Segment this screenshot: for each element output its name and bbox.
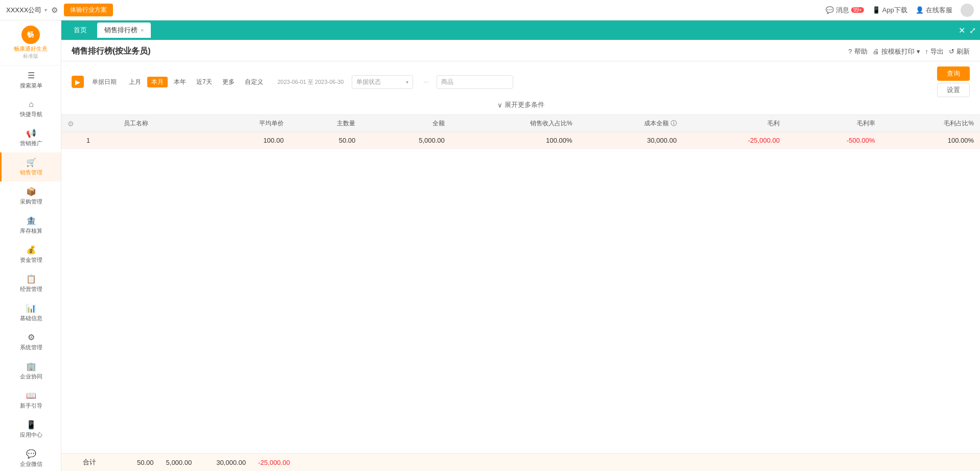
sales-icon: 🛒 <box>26 158 36 167</box>
online-service-button[interactable]: 👤 在线客服 <box>916 6 952 15</box>
col-profit-pct: 毛利占比% <box>881 115 980 132</box>
row-settings <box>61 132 80 149</box>
col-settings: ⚙ <box>61 115 80 132</box>
date-filter-label: 单据日期 <box>92 78 117 86</box>
export-button[interactable]: ↑ 导出 <box>925 47 944 56</box>
row-cost: 30,000.00 <box>578 132 682 149</box>
sidebar-item-label: 快捷导航 <box>20 110 42 118</box>
expand-row: ∨ 展开更多条件 <box>72 100 970 109</box>
service-label: 在线客服 <box>926 6 952 15</box>
col-avg-price: 平均单价 <box>203 115 289 132</box>
sidebar: 畅 畅康通好生意 标准版 ☰ 搜索菜单 ⌂ 快捷导航 📢 营销推广 🛒 销售管理… <box>0 20 61 471</box>
trial-button[interactable]: 体验行业方案 <box>64 4 113 16</box>
inventory-icon: 🏦 <box>26 216 36 226</box>
total-amount: 5,000.00 <box>160 459 198 466</box>
refresh-button[interactable]: ↺ 刷新 <box>949 47 970 56</box>
search-order-icon: ☰ <box>28 71 35 80</box>
row-profit-pct: 100.00% <box>881 132 980 149</box>
settings-icon[interactable]: ⚙ <box>51 6 58 15</box>
sidebar-item-sales[interactable]: 🛒 销售管理 <box>0 152 61 182</box>
print-chevron-icon: ▾ <box>917 48 920 55</box>
sidebar-item-marketing[interactable]: 📢 营销推广 <box>0 123 61 152</box>
tab-home[interactable]: 首页 <box>65 23 95 38</box>
date-option-this-year[interactable]: 本年 <box>170 77 190 87</box>
sidebar-item-label: 搜索菜单 <box>20 82 42 89</box>
column-settings-icon[interactable]: ⚙ <box>67 120 74 128</box>
total-main-qty: 50.00 <box>131 459 160 466</box>
refresh-label: 刷新 <box>956 47 970 56</box>
date-option-7days[interactable]: 近7天 <box>192 77 216 87</box>
sidebar-item-label: 库存核算 <box>20 227 42 235</box>
status-chevron-icon: ▾ <box>406 79 408 85</box>
sidebar-item-label: 营销推广 <box>20 140 42 147</box>
expand-label: 展开更多条件 <box>505 100 544 109</box>
page-title: 销售排行榜(按业务员) <box>72 46 151 57</box>
row-profit-rate: -500.00% <box>786 132 881 149</box>
tab-close-icon[interactable]: × <box>141 27 144 33</box>
sidebar-item-label: 企业微信 <box>20 460 42 468</box>
date-option-this-month[interactable]: 本月 <box>147 77 168 87</box>
date-option-last-month[interactable]: 上月 <box>125 77 145 87</box>
sidebar-item-app-center[interactable]: 📱 应用中心 <box>0 415 61 444</box>
logo-sub: 标准版 <box>23 53 38 60</box>
col-amount: 全额 <box>361 115 451 132</box>
export-icon: ↑ <box>925 48 929 55</box>
app-icon: 📱 <box>872 6 880 14</box>
total-cost: 30,000.00 <box>210 459 252 466</box>
goods-filter-select[interactable]: 商品 <box>437 75 513 89</box>
sidebar-item-operations[interactable]: 📋 经营管理 <box>0 269 61 298</box>
sidebar-item-quick-nav[interactable]: ⌂ 快捷导航 <box>0 95 61 123</box>
date-range-display: 2023-06-01 至 2023-06-30 <box>278 78 344 86</box>
sidebar-item-finance[interactable]: 💰 资金管理 <box>0 240 61 269</box>
sidebar-item-inventory[interactable]: 🏦 库存核算 <box>0 211 61 240</box>
sidebar-item-purchase[interactable]: 📦 采购管理 <box>0 182 61 211</box>
table-row: 1100.0050.005,000.00100.00%30,000.00-25,… <box>61 132 980 149</box>
col-name: 员工名称 <box>118 115 203 132</box>
tab-sales-ranking[interactable]: 销售排行榜 × <box>97 23 151 38</box>
sidebar-item-system[interactable]: ⚙ 系统管理 <box>0 327 61 356</box>
row-main-qty: 50.00 <box>290 132 361 149</box>
tab-label: 销售排行榜 <box>104 26 138 35</box>
date-option-more[interactable]: 更多 <box>218 77 239 87</box>
status-filter-select[interactable]: 单据状态 ▾ <box>352 75 413 89</box>
logo-text: 畅康通好生意 <box>14 45 48 53</box>
row-amount: 5,000.00 <box>361 132 451 149</box>
purchase-icon: 📦 <box>26 187 36 196</box>
print-icon: 🖨 <box>873 48 879 55</box>
expand-icon: ∨ <box>497 101 503 109</box>
enterprise-icon: 🏢 <box>26 362 36 371</box>
sidebar-item-enterprise[interactable]: 🏢 企业协同 <box>0 356 61 386</box>
col-cost: 成本全额 ⓘ <box>578 115 682 132</box>
finance-icon: 💰 <box>26 245 36 255</box>
sidebar-item-guide[interactable]: 📖 新手引导 <box>0 386 61 415</box>
date-option-custom[interactable]: 自定义 <box>241 77 267 87</box>
filter-settings-button[interactable]: 设置 <box>937 83 970 97</box>
avatar[interactable] <box>961 4 974 17</box>
tab-bar-right: ✕ ⤢ <box>959 26 976 35</box>
col-profit: 毛利 <box>683 115 786 132</box>
help-button[interactable]: ? 帮助 <box>848 47 867 56</box>
total-avg-price <box>119 459 131 466</box>
sidebar-item-base-info[interactable]: 📊 基础信息 <box>0 298 61 327</box>
message-button[interactable]: 💬 消息 99+ <box>826 6 864 15</box>
tab-close-window-icon[interactable]: ✕ <box>959 26 965 35</box>
filter-more-icon[interactable]: ··· <box>423 78 428 85</box>
sidebar-item-label: 销售管理 <box>20 169 42 176</box>
page-content: 销售排行榜(按业务员) ? 帮助 🖨 按模板打印 ▾ ↑ 导出 <box>61 40 980 471</box>
goods-filter-label: 商品 <box>441 78 509 86</box>
sidebar-item-wechat[interactable]: 💬 企业微信 <box>0 444 61 471</box>
app-center-icon: 📱 <box>26 420 36 430</box>
tab-maximize-icon[interactable]: ⤢ <box>969 26 976 35</box>
filter-collapse-button[interactable]: ▶ <box>72 76 84 88</box>
sidebar-item-label: 企业协同 <box>20 373 42 380</box>
app-download-button[interactable]: 📱 App下载 <box>872 6 907 15</box>
logo: 畅 畅康通好生意 标准版 <box>0 20 61 65</box>
query-button[interactable]: 查询 <box>937 66 970 81</box>
row-profit: -25,000.00 <box>683 132 786 149</box>
company-selector[interactable]: XXXXX公司 ▾ <box>6 6 47 15</box>
print-button[interactable]: 🖨 按模板打印 ▾ <box>873 47 920 56</box>
quick-nav-icon: ⌂ <box>29 100 34 109</box>
expand-conditions-button[interactable]: ∨ 展开更多条件 <box>497 100 544 109</box>
sidebar-item-search-order[interactable]: ☰ 搜索菜单 <box>0 65 61 95</box>
chevron-down-icon: ▾ <box>44 7 47 13</box>
